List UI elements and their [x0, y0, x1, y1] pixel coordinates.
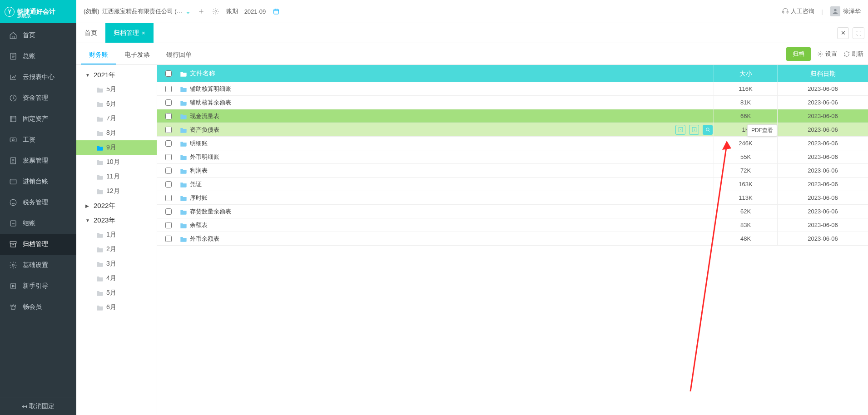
- cell-date: 2023-06-06: [777, 123, 868, 137]
- cell-name: 现金流量表: [180, 112, 714, 120]
- nav-item-tax[interactable]: 税务管理: [0, 192, 76, 213]
- company-selector[interactable]: (勿删) 江西服宝精品有限责任公司 (… ⌄: [84, 7, 191, 15]
- nav-item-archive[interactable]: 归档管理: [0, 234, 76, 255]
- row-checkbox[interactable]: [157, 181, 180, 188]
- nav-item-inout[interactable]: 进销台账: [0, 171, 76, 192]
- file-icon: [180, 168, 187, 174]
- add-icon[interactable]: [197, 7, 205, 15]
- table-row[interactable]: 明细账246K2023-06-06: [157, 137, 868, 150]
- table-row[interactable]: 凭证163K2023-06-06: [157, 178, 868, 191]
- nav: 首页总账云报表中心资金管理固定资产工资发票管理进销台账税务管理结账归档管理基础设…: [0, 23, 76, 397]
- close-window-button[interactable]: ✕: [837, 27, 849, 39]
- nav-item-chart[interactable]: 云报表中心: [0, 67, 76, 88]
- tree-month[interactable]: 3月: [76, 257, 157, 271]
- table-row[interactable]: 外币明细账55K2023-06-06: [157, 150, 868, 164]
- nav-item-invoice[interactable]: 发票管理: [0, 150, 76, 171]
- row-checkbox[interactable]: [157, 127, 180, 133]
- nav-item-ledger[interactable]: 总账: [0, 46, 76, 67]
- row-checkbox[interactable]: [157, 168, 180, 174]
- table-row[interactable]: 外币余额表48K2023-06-06: [157, 232, 868, 246]
- subtab[interactable]: 财务账: [81, 46, 116, 64]
- unpin-button[interactable]: ↤取消固定: [0, 397, 76, 415]
- brand: ¥ 畅捷通好会计 旗舰版: [0, 0, 76, 23]
- caret-down-icon: ▼: [85, 218, 92, 223]
- gear-icon[interactable]: [212, 7, 220, 15]
- month-label: 6月: [106, 303, 116, 311]
- row-checkbox[interactable]: [157, 99, 180, 106]
- tab[interactable]: 归档管理×: [105, 23, 154, 43]
- svg-point-19: [706, 128, 709, 131]
- tree-month[interactable]: 5月: [76, 82, 157, 97]
- row-checkbox[interactable]: [157, 154, 180, 160]
- fullscreen-button[interactable]: ⛶: [853, 27, 864, 39]
- table-row[interactable]: 辅助核算余额表81K2023-06-06: [157, 96, 868, 109]
- nav-label: 总账: [23, 52, 35, 60]
- tree-month[interactable]: 1月: [76, 227, 157, 242]
- row-checkbox[interactable]: [157, 222, 180, 228]
- tree-month[interactable]: 5月: [76, 286, 157, 300]
- nav-item-vip[interactable]: 畅会员: [0, 296, 76, 317]
- tree-month[interactable]: 2月: [76, 242, 157, 257]
- tree-month[interactable]: 12月: [76, 184, 157, 198]
- nav-item-guide[interactable]: 新手引导: [0, 276, 76, 296]
- nav-label: 税务管理: [23, 198, 48, 207]
- nav-label: 基础设置: [23, 261, 48, 269]
- tree-month[interactable]: 4月: [76, 271, 157, 286]
- table-row[interactable]: 现金流量表66K2023-06-06: [157, 109, 868, 123]
- file-icon: [180, 154, 187, 160]
- download-excel-icon[interactable]: [675, 125, 685, 135]
- tree-year[interactable]: ▼2021年: [76, 68, 157, 82]
- refresh-link[interactable]: 刷新: [843, 50, 863, 58]
- tree-year[interactable]: ▶2022年: [76, 198, 157, 213]
- cell-size: 83K: [714, 218, 777, 232]
- cell-date: 2023-06-06: [777, 232, 868, 246]
- table-row[interactable]: 余额表83K2023-06-06: [157, 218, 868, 232]
- help-button[interactable]: 人工咨询: [782, 7, 814, 15]
- row-checkbox[interactable]: [157, 113, 180, 119]
- tree-month[interactable]: 9月: [76, 140, 157, 155]
- nav-item-salary[interactable]: 工资: [0, 129, 76, 150]
- subtab[interactable]: 电子发票: [116, 46, 158, 64]
- download-pdf-icon[interactable]: [689, 125, 699, 135]
- row-checkbox[interactable]: [157, 140, 180, 147]
- close-icon[interactable]: ×: [142, 30, 145, 36]
- table-row[interactable]: 利润表72K2023-06-06: [157, 164, 868, 178]
- row-checkbox[interactable]: [157, 86, 180, 92]
- table-row[interactable]: 辅助核算明细账116K2023-06-06: [157, 82, 868, 96]
- tree-year[interactable]: ▼2023年: [76, 213, 157, 227]
- row-checkbox[interactable]: [157, 195, 180, 201]
- header-checkbox[interactable]: [157, 70, 180, 77]
- nav-item-home[interactable]: 首页: [0, 25, 76, 46]
- table-row[interactable]: 资产负债表1K2023-06-06PDF查看: [157, 123, 868, 137]
- tree-month[interactable]: 8月: [76, 126, 157, 140]
- file-name-label: 凭证: [190, 180, 202, 188]
- file-name-label: 资产负债表: [190, 126, 219, 134]
- user-menu[interactable]: 徐泽华: [830, 6, 861, 16]
- table-row[interactable]: 序时账113K2023-06-06: [157, 191, 868, 205]
- nav-item-asset[interactable]: 固定资产: [0, 109, 76, 129]
- tree-month[interactable]: 10月: [76, 155, 157, 169]
- tree-month[interactable]: 11月: [76, 169, 157, 184]
- nav-item-wallet[interactable]: 资金管理: [0, 88, 76, 109]
- pdf-view-icon[interactable]: [703, 125, 713, 135]
- tree-month[interactable]: 6月: [76, 300, 157, 315]
- year-label: 2022年: [94, 202, 115, 210]
- row-checkbox[interactable]: [157, 208, 180, 215]
- nav-item-settings[interactable]: 基础设置: [0, 255, 76, 276]
- table-row[interactable]: 存货数量余额表62K2023-06-06: [157, 205, 868, 218]
- nav-item-close[interactable]: 结账: [0, 213, 76, 234]
- calendar-icon[interactable]: [272, 7, 280, 15]
- cell-size: 163K: [714, 178, 777, 191]
- month-label: 6月: [106, 100, 116, 108]
- folder-icon: [96, 246, 104, 252]
- row-checkbox[interactable]: [157, 236, 180, 242]
- archive-button[interactable]: 归档: [786, 47, 811, 61]
- tab[interactable]: 首页: [76, 23, 105, 43]
- subtab[interactable]: 银行回单: [158, 46, 200, 64]
- tree-month[interactable]: 6月: [76, 97, 157, 111]
- settings-link[interactable]: 设置: [817, 50, 837, 58]
- tree-month[interactable]: 7月: [76, 111, 157, 126]
- folder-icon: [96, 232, 104, 238]
- file-icon: [180, 208, 187, 215]
- file-icon: [180, 236, 187, 242]
